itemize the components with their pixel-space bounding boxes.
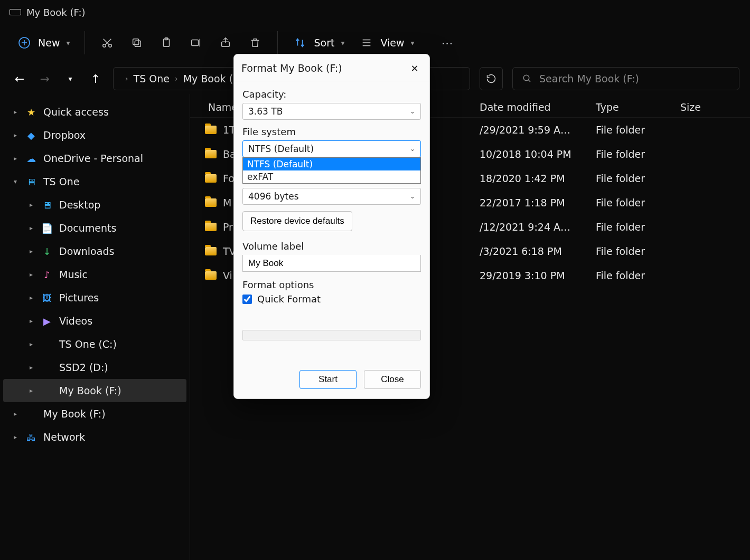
- toolbar-separator: [277, 31, 278, 54]
- sidebar-item-label: Quick access: [43, 106, 109, 118]
- recent-locations-button[interactable]: ▾: [62, 74, 78, 83]
- sidebar-item-label: TS One: [43, 176, 79, 187]
- sidebar-item-label: My Book (F:): [59, 385, 121, 396]
- filesystem-value: NTFS (Default): [248, 144, 314, 154]
- close-button[interactable]: ✕: [407, 61, 422, 75]
- more-icon[interactable]: ⋯: [440, 35, 455, 50]
- sidebar-item-downloads[interactable]: ▸ ↓ Downloads: [3, 240, 186, 263]
- restore-defaults-button[interactable]: Restore device defaults: [242, 211, 352, 231]
- chevron-right-icon: ▸: [27, 271, 35, 278]
- paste-icon[interactable]: [159, 35, 174, 50]
- filesystem-option-ntfs[interactable]: NTFS (Default): [243, 158, 420, 170]
- dropbox-icon: ◆: [25, 130, 37, 141]
- cloud-icon: ☁: [25, 153, 37, 164]
- document-icon: 📄: [41, 223, 53, 234]
- star-icon: ★: [25, 107, 37, 118]
- download-icon: ↓: [41, 246, 53, 257]
- drive-icon: [10, 9, 21, 15]
- start-button[interactable]: Start: [299, 370, 357, 389]
- folder-icon: [205, 247, 217, 255]
- sidebar-item-music[interactable]: ▸ ♪ Music: [3, 263, 186, 286]
- chevron-right-icon: ▸: [27, 294, 35, 301]
- new-button[interactable]: New ▾: [17, 35, 70, 50]
- sidebar-item-drive-c[interactable]: ▸ TS One (C:): [3, 333, 186, 356]
- file-date: /29/2021 9:59 A…: [480, 124, 596, 136]
- sidebar-item-this-pc[interactable]: ▾ 🖥 TS One: [3, 170, 186, 193]
- chevron-right-icon: ▸: [27, 224, 35, 232]
- sidebar-item-label: Dropbox: [43, 129, 86, 141]
- file-name: Fo: [223, 173, 235, 184]
- column-type[interactable]: Type: [596, 101, 680, 113]
- file-date: 29/2019 3:10 PM: [480, 270, 596, 281]
- rename-icon[interactable]: [189, 35, 203, 50]
- folder-icon: [205, 150, 217, 158]
- quick-format-checkbox[interactable]: Quick Format: [242, 293, 421, 305]
- progress-bar: [242, 330, 421, 340]
- filesystem-select[interactable]: NTFS (Default) ⌄: [242, 140, 421, 157]
- file-date: 18/2020 1:42 PM: [480, 173, 596, 184]
- chevron-right-icon: ▸: [27, 317, 35, 325]
- sidebar-item-label: TS One (C:): [59, 338, 117, 350]
- chevron-down-icon: ▾: [12, 178, 19, 185]
- chevron-right-icon: ▸: [12, 131, 19, 139]
- forward-button[interactable]: →: [37, 72, 53, 86]
- sidebar-item-drive-d[interactable]: ▸ SSD2 (D:): [3, 356, 186, 379]
- file-type: File folder: [596, 173, 680, 184]
- chevron-down-icon: ⌄: [410, 193, 415, 200]
- volume-label-input[interactable]: [242, 255, 421, 272]
- filesystem-option-exfat[interactable]: exFAT: [243, 170, 420, 183]
- chevron-down-icon: ▾: [66, 39, 70, 47]
- svg-rect-8: [133, 39, 139, 45]
- format-options-label: Format options: [242, 279, 421, 290]
- chevron-right-icon: ▸: [27, 248, 35, 255]
- column-date[interactable]: Date modified: [480, 101, 596, 113]
- search-placeholder: Search My Book (F:): [539, 73, 639, 84]
- sidebar-item-documents[interactable]: ▸ 📄 Documents: [3, 216, 186, 240]
- folder-icon: [205, 126, 217, 134]
- svg-point-17: [523, 75, 529, 81]
- sidebar-item-onedrive[interactable]: ▸ ☁ OneDrive - Personal: [3, 147, 186, 170]
- quick-format-input[interactable]: [242, 295, 252, 304]
- file-type: File folder: [596, 245, 680, 257]
- sidebar-item-drive-f[interactable]: ▸ My Book (F:): [3, 402, 186, 425]
- dialog-body: Capacity: 3.63 TB ⌄ File system NTFS (De…: [234, 81, 429, 370]
- capacity-select[interactable]: 3.63 TB ⌄: [242, 103, 421, 120]
- view-button[interactable]: View ▾: [359, 35, 414, 50]
- network-icon: 🖧: [25, 432, 37, 443]
- column-size[interactable]: Size: [680, 101, 744, 113]
- allocation-select[interactable]: 4096 bytes ⌄: [242, 188, 421, 205]
- sidebar-item-videos[interactable]: ▸ ▶ Videos: [3, 309, 186, 333]
- close-dialog-button[interactable]: Close: [364, 370, 421, 389]
- volume-label-label: Volume label: [242, 241, 421, 252]
- search-input[interactable]: Search My Book (F:): [512, 67, 739, 90]
- sidebar-item-dropbox[interactable]: ▸ ◆ Dropbox: [3, 124, 186, 147]
- up-button[interactable]: ↑: [88, 72, 104, 86]
- file-date: /12/2021 9:24 A…: [480, 221, 596, 233]
- sidebar-item-network[interactable]: ▸ 🖧 Network: [3, 425, 186, 449]
- chevron-right-icon: ›: [175, 74, 178, 83]
- quick-format-label: Quick Format: [257, 293, 321, 305]
- sidebar-item-label: OneDrive - Personal: [43, 153, 143, 164]
- sidebar-item-pictures[interactable]: ▸ 🖼 Pictures: [3, 286, 186, 309]
- breadcrumb-segment[interactable]: TS One: [134, 73, 170, 84]
- copy-icon[interactable]: [129, 35, 144, 50]
- sidebar-item-desktop[interactable]: ▸ 🖥 Desktop: [3, 193, 186, 216]
- dialog-title: Format My Book (F:): [241, 62, 342, 74]
- sidebar-item-label: SSD2 (D:): [59, 362, 108, 373]
- chevron-right-icon: ▸: [12, 410, 19, 417]
- share-icon[interactable]: [218, 35, 233, 50]
- filesystem-label: File system: [242, 126, 421, 137]
- sidebar-item-drive-f-active[interactable]: ▸ My Book (F:): [3, 379, 186, 402]
- sidebar: ▸ ★ Quick access ▸ ◆ Dropbox ▸ ☁ OneDriv…: [0, 94, 190, 560]
- refresh-button[interactable]: [480, 67, 503, 90]
- file-type: File folder: [596, 270, 680, 281]
- folder-icon: [205, 174, 217, 183]
- sidebar-item-quick-access[interactable]: ▸ ★ Quick access: [3, 100, 186, 124]
- allocation-value: 4096 bytes: [248, 191, 299, 202]
- delete-icon[interactable]: [248, 35, 262, 50]
- back-button[interactable]: ←: [12, 72, 27, 86]
- desktop-icon: 🖥: [41, 200, 53, 211]
- cut-icon[interactable]: [100, 35, 115, 50]
- sort-button[interactable]: Sort ▾: [293, 35, 344, 50]
- sidebar-item-label: Documents: [59, 222, 116, 234]
